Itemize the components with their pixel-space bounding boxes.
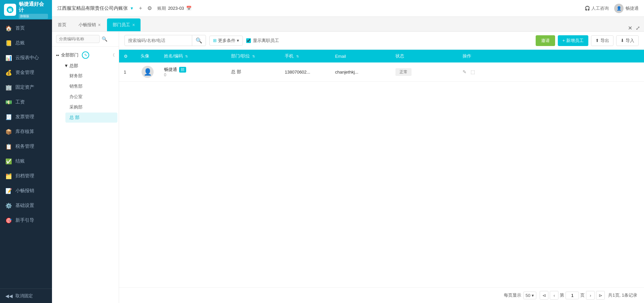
dept-search-icon[interactable]: 🔍 [102,36,107,42]
sidebar-item-assets[interactable]: 🏢 固定资产 [0,80,52,95]
dept-node-bangongshi[interactable]: 办公室 [65,92,117,102]
dept-tree: ▪▪ 全部部门 ✎ 《 ▼ 总部 财务部 销售部 办公室 采购部 总 部 [52,47,119,303]
sidebar-item-archive[interactable]: 🗂️ 归档管理 [0,169,52,183]
dept-node-xiaoshoubu[interactable]: 销售部 [65,81,117,91]
dept-node-zongbu[interactable]: ▼ 总部 [60,61,117,71]
import-label: 导入 [626,38,634,44]
avatar: 👤 [614,4,624,13]
dept-search-input[interactable] [56,35,100,43]
tab-close-all-icon[interactable]: ✕ [628,25,632,31]
period-label: 账期 [157,5,166,11]
topbar-settings-icon[interactable]: ⚙ [147,5,152,11]
edit-employee-button[interactable]: ✎ [463,69,467,75]
tab-xiaochangbao-close[interactable]: × [98,22,101,28]
pagesize-selector: 每页显示 50 ▾ [504,292,536,299]
calendar-icon[interactable]: 📅 [186,6,192,11]
sidebar-item-label: 基础设置 [15,203,34,209]
sidebar-item-xiaochangbao[interactable]: 📝 小畅报销 [0,183,52,198]
ledger-icon: 📒 [5,40,12,46]
sidebar-item-label: 归档管理 [15,173,34,179]
collapse-icon[interactable]: 《 [111,52,115,58]
export-label: 导出 [600,38,609,44]
employee-search-input[interactable] [125,36,192,45]
sidebar-item-label: 总账 [15,40,25,46]
tab-xiaochangbao[interactable]: 小畅报销 × [73,18,106,31]
col-name[interactable]: 姓名/编码 ⇅ [159,50,226,62]
dept-node-caigoubu[interactable]: 采购部 [65,102,117,112]
sidebar-item-label: 云报表中心 [15,55,39,61]
sidebar-item-payroll[interactable]: 💵 工资 [0,95,52,110]
pagesize-label: 每页显示 [504,292,521,298]
topbar: 江西服宝精品有限责任公司内账张 ▼ ＋ ⚙ 账期 2023-03 📅 🎧 人工咨… [52,0,644,17]
row-name-cell: 畅捷通 部 0 [159,62,226,82]
col-name-sort-icon: ⇅ [185,54,188,58]
employee-table-wrap: ⚙ 头像 姓名/编码 ⇅ 部门/职位 ⇅ 手机 [119,50,644,287]
tab-deptemployee[interactable]: 部门员工 × [107,18,141,31]
sidebar-item-checkout[interactable]: ✅ 结账 [0,154,52,169]
toolbar-right: 邀请 + 新增员工 ⬆ 导出 ⬇ 导入 [536,35,639,46]
row-status: 正常 [391,62,458,82]
col-email: Email [330,50,391,62]
logo-icon: 畅 [4,4,16,16]
tab-fullscreen-icon[interactable]: ⤢ [636,25,640,31]
new-employee-button[interactable]: + 新增员工 [558,35,588,46]
next-page-button[interactable]: › [586,291,595,300]
svg-text:畅: 畅 [8,8,12,12]
topbar-user[interactable]: 👤 畅捷通 [614,4,639,13]
col-status: 状态 [391,50,458,62]
sidebar-item-home[interactable]: 🏠 首页 [0,21,52,36]
add-company-icon[interactable]: ＋ [138,5,143,12]
invoice-icon: 🧾 [5,114,12,120]
consult-button[interactable]: 🎧 人工咨询 [585,5,609,11]
sidebar-item-funds[interactable]: 💰 资金管理 [0,65,52,80]
tabbar-right: ✕ ⤢ [628,25,644,31]
more-filter-button[interactable]: ⊞ 更多条件 ▾ [209,36,243,46]
invite-button[interactable]: 邀请 [536,35,555,46]
sidebar-item-tax[interactable]: 📋 税务管理 [0,139,52,154]
show-resigned-checkbox[interactable] [246,38,251,43]
sidebar-item-ledger[interactable]: 📒 总账 [0,36,52,50]
logo-badge: 旗舰版 [19,14,48,19]
show-resigned-label: 显示离职员工 [253,38,279,44]
col-settings[interactable]: ⚙ [119,50,136,62]
logout-employee-button[interactable]: ⬚ [471,69,475,75]
period-value: 2023-03 [168,6,184,11]
pagesize-select[interactable]: 50 ▾ [523,292,536,299]
col-phone[interactable]: 手机 ⇅ [280,50,330,62]
sidebar-cancel-fixed[interactable]: ◀◀ 取消固定 [0,289,52,303]
last-page-button[interactable]: ⊳ [596,291,605,300]
page-label: 第 [560,292,564,298]
tab-deptemployee-close[interactable]: × [132,22,135,28]
checkout-icon: ✅ [5,158,12,165]
sidebar-item-reports[interactable]: 📊 云报表中心 [0,50,52,65]
page-nav: ⊲ ‹ 第 1 页 › ⊳ [540,291,605,300]
export-button[interactable]: ⬆ 导出 [591,35,613,46]
archive-icon: 🗂️ [5,173,12,179]
edit-dept-icon[interactable]: ✎ [82,51,89,59]
first-page-button[interactable]: ⊲ [540,291,548,300]
sidebar-item-guide[interactable]: 🎯 新手引导 [0,213,52,228]
sidebar-item-label: 资金管理 [15,70,34,76]
sidebar-item-settings[interactable]: ⚙️ 基础设置 [0,198,52,213]
sidebar-item-inventory[interactable]: 📦 库存核算 [0,124,52,139]
show-resigned-checkbox-label[interactable]: 显示离职员工 [246,38,279,44]
dept-node-caiwubu[interactable]: 财务部 [65,71,117,81]
main-area: 江西服宝精品有限责任公司内账张 ▼ ＋ ⚙ 账期 2023-03 📅 🎧 人工咨… [52,0,644,303]
col-dept[interactable]: 部门/职位 ⇅ [226,50,280,62]
action-buttons: ✎ ⬚ [463,69,639,75]
headset-icon: 🎧 [585,6,590,11]
right-panel: 🔍 ⊞ 更多条件 ▾ 显示离职员工 邀请 + 新增员工 ⬆ 导出 [119,32,644,303]
employee-search-icon[interactable]: 🔍 [192,35,206,46]
employee-name: 畅捷通 [164,67,177,73]
company-dropdown-icon[interactable]: ▼ [130,6,134,11]
sidebar-item-invoice[interactable]: 🧾 发票管理 [0,110,52,124]
page-input[interactable]: 1 [566,292,579,299]
import-button[interactable]: ⬇ 导入 [616,35,639,46]
sidebar-item-label: 发票管理 [15,114,34,120]
all-dept-header[interactable]: ▪▪ 全部部门 ✎ 《 [52,49,119,61]
tab-home[interactable]: 首页 [52,18,72,31]
prev-page-button[interactable]: ‹ [550,291,558,300]
content-area: 🔍 ▪▪ 全部部门 ✎ 《 ▼ 总部 财务部 销售部 办公室 采购部 总 [52,32,644,303]
sidebar-footer-label: 取消固定 [15,293,33,299]
dept-node-zongbu-sub[interactable]: 总 部 [65,113,117,123]
